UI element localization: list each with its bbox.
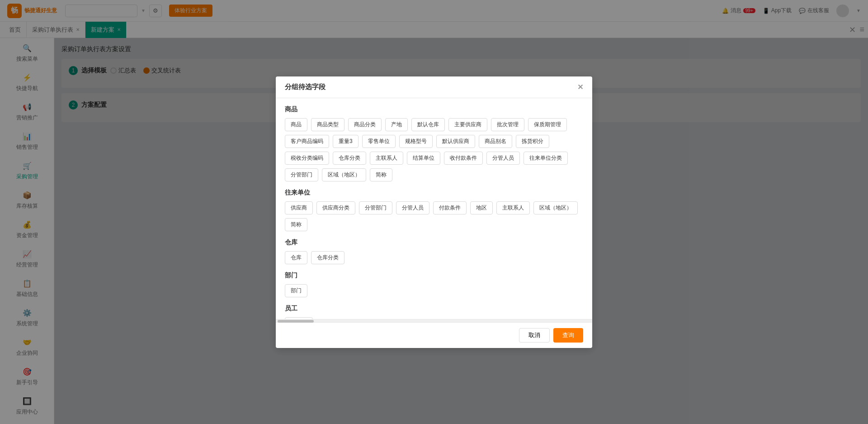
modal-horizontal-scrollbar[interactable] [276, 319, 592, 322]
cancel-button[interactable]: 取消 [519, 328, 550, 343]
field-tag[interactable]: 商品 [285, 118, 307, 131]
field-tag[interactable]: 拣货积分 [516, 135, 549, 148]
field-tag[interactable]: 主联系人 [370, 152, 403, 165]
field-tag[interactable]: 供应商 [285, 201, 313, 214]
partner-fields: 供应商 供应商分类 分管部门 分管人员 付款条件 地区 主联系人 区域（地区） … [285, 201, 583, 231]
field-tag[interactable]: 税收分类编码 [285, 152, 329, 165]
dept-fields: 部门 [285, 284, 583, 297]
product-fields: 商品 商品类型 商品分类 产地 默认仓库 主要供应商 批次管理 保质期管理 客户… [285, 118, 583, 181]
field-tag[interactable]: 零售单位 [362, 135, 396, 148]
section-product-title: 商品 [285, 105, 583, 114]
field-tag[interactable]: 分管人员 [396, 201, 429, 214]
modal-header: 分组待选字段 ✕ [276, 76, 592, 98]
modal-body: 商品 商品 商品类型 商品分类 产地 默认仓库 主要供应商 批次管理 保质期管理… [276, 98, 592, 319]
section-dept-title: 部门 [285, 272, 583, 280]
field-tag[interactable]: 部门 [285, 284, 307, 297]
field-tag[interactable]: 往来单位分类 [524, 152, 568, 165]
section-partner: 往来单位 供应商 供应商分类 分管部门 分管人员 付款条件 地区 主联系人 区域… [285, 189, 583, 231]
field-tag[interactable]: 分管部门 [285, 168, 318, 181]
modal-close-icon[interactable]: ✕ [577, 83, 583, 91]
field-tag[interactable]: 主要供应商 [448, 118, 487, 131]
section-partner-title: 往来单位 [285, 189, 583, 197]
section-product: 商品 商品 商品类型 商品分类 产地 默认仓库 主要供应商 批次管理 保质期管理… [285, 105, 583, 181]
section-warehouse: 仓库 仓库 仓库分类 [285, 238, 583, 264]
field-tag[interactable]: 默认仓库 [411, 118, 445, 131]
warehouse-fields: 仓库 仓库分类 [285, 251, 583, 264]
field-tag[interactable]: 区域（地区） [322, 168, 366, 181]
modal-footer: 取消 查询 [276, 322, 592, 348]
field-tag[interactable]: 仓库分类 [333, 152, 366, 165]
section-warehouse-title: 仓库 [285, 238, 583, 247]
field-tag[interactable]: 保质期管理 [528, 118, 567, 131]
scrollbar-thumb[interactable] [278, 320, 314, 323]
field-tag[interactable]: 产地 [385, 118, 408, 131]
field-tag[interactable]: 主联系人 [496, 201, 530, 214]
field-tag[interactable]: 简称 [370, 168, 392, 181]
field-tag[interactable]: 分管人员 [486, 152, 520, 165]
field-tag[interactable]: 商品类型 [311, 118, 344, 131]
section-employee-title: 员工 [285, 305, 583, 313]
field-select-modal: 分组待选字段 ✕ 商品 商品 商品类型 商品分类 产地 默认仓库 主要供应商 批… [276, 76, 592, 348]
section-dept: 部门 部门 [285, 272, 583, 297]
field-tag[interactable]: 收付款条件 [444, 152, 483, 165]
field-tag[interactable]: 仓库分类 [311, 251, 344, 264]
field-tag[interactable]: 供应商分类 [316, 201, 355, 214]
field-tag[interactable]: 分管部门 [359, 201, 392, 214]
section-employee: 员工 业务员 [285, 305, 583, 319]
field-tag[interactable]: 重量3 [333, 135, 359, 148]
field-tag[interactable]: 仓库 [285, 251, 307, 264]
field-tag[interactable]: 地区 [470, 201, 493, 214]
field-tag[interactable]: 付款条件 [433, 201, 467, 214]
field-tag[interactable]: 简称 [285, 218, 307, 231]
field-tag[interactable]: 区域（地区） [533, 201, 578, 214]
field-tag[interactable]: 批次管理 [491, 118, 524, 131]
field-tag[interactable]: 结算单位 [407, 152, 440, 165]
field-tag[interactable]: 规格型号 [399, 135, 433, 148]
field-tag[interactable]: 商品别名 [479, 135, 512, 148]
modal-title: 分组待选字段 [285, 83, 326, 91]
modal-overlay: 分组待选字段 ✕ 商品 商品 商品类型 商品分类 产地 默认仓库 主要供应商 批… [0, 0, 868, 424]
field-tag[interactable]: 默认供应商 [436, 135, 475, 148]
field-tag[interactable]: 客户商品编码 [285, 135, 329, 148]
confirm-button[interactable]: 查询 [553, 328, 583, 343]
field-tag[interactable]: 商品分类 [348, 118, 382, 131]
